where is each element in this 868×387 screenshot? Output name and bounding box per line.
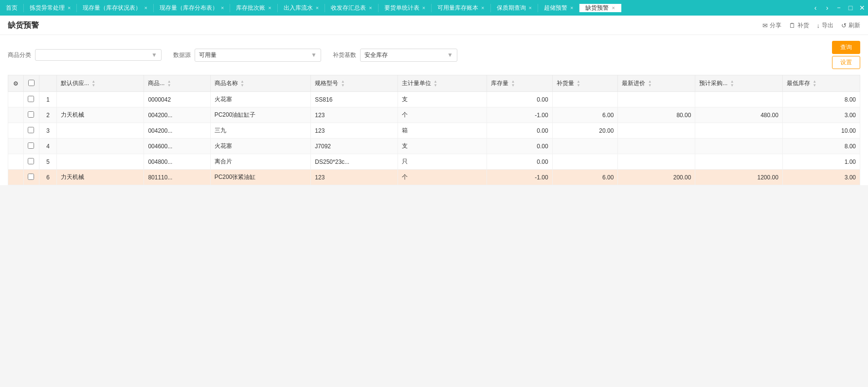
basis-value: 安全库存 (364, 51, 388, 59)
cell-checkbox[interactable] (24, 123, 39, 139)
tab-close-inventory-status[interactable]: × (144, 5, 147, 11)
category-select[interactable]: ▼ (35, 49, 162, 61)
cell-row-settings (8, 107, 24, 123)
col-spec-header[interactable]: 规格型号 ▲▼ (311, 75, 398, 92)
tab-shortage-warn[interactable]: 缺货预警× (579, 4, 621, 12)
col-est-purchase-header[interactable]: 预计采购... ▲▼ (695, 75, 782, 92)
settings-button[interactable]: 设置 (832, 56, 860, 69)
tab-inventory-status[interactable]: 现存量（库存状况表）× (77, 4, 153, 12)
col-stock-sort[interactable]: ▲▼ (511, 80, 515, 88)
tab-in-out-flow[interactable]: 出入库流水× (278, 4, 325, 12)
share-btn[interactable]: ✉ 分享 (762, 21, 781, 30)
col-product-name-label: 商品名称 (215, 80, 238, 87)
cell-spec: J7092 (311, 139, 398, 154)
cell-spec: DS250*23c... (311, 154, 398, 170)
cell-est-purchase (695, 92, 782, 107)
window-close[interactable]: ✕ (856, 4, 868, 12)
cell-unit: 只 (398, 154, 487, 170)
col-product-name-header[interactable]: 商品名称 ▲▼ (210, 75, 311, 92)
share-label: 分享 (770, 21, 781, 30)
datasource-select[interactable]: 可用量 ▼ (195, 49, 321, 62)
col-min-stock-sort[interactable]: ▲▼ (813, 80, 816, 88)
page-header: 缺货预警 ✉ 分享 🗒 补货 ↓ 导出 ↺ 刷新 (0, 16, 868, 35)
query-button[interactable]: 查询 (832, 41, 860, 54)
cell-product-name: PC200张紧油缸 (210, 170, 311, 185)
col-min-stock-label: 最低库存 (787, 80, 810, 87)
tab-order-stats[interactable]: 要货单统计表× (379, 4, 432, 12)
cell-latest-price (618, 154, 695, 170)
window-minimize[interactable]: － (833, 3, 845, 12)
refresh-btn[interactable]: ↺ 刷新 (841, 21, 860, 30)
cell-stock: -1.00 (487, 107, 553, 123)
tab-close-batch-account[interactable]: × (268, 5, 271, 11)
col-product-name-sort[interactable]: ▲▼ (240, 80, 244, 88)
tab-overstock-warn[interactable]: 超储预警× (538, 4, 579, 12)
tab-close-shortage-warn[interactable]: × (612, 5, 615, 11)
col-product-code-label: 商品... (148, 80, 164, 87)
cell-checkbox[interactable] (24, 107, 39, 123)
supplement-label: 补货 (797, 21, 809, 30)
col-stock-header[interactable]: 库存量 ▲▼ (487, 75, 553, 92)
cell-product-name: 三九 (210, 123, 311, 139)
tab-close-expiry-query[interactable]: × (529, 5, 532, 11)
cell-row-settings (8, 170, 24, 185)
tab-close-inventory-dist[interactable]: × (221, 5, 224, 11)
col-supplier-sort[interactable]: ▲▼ (91, 80, 95, 88)
col-unit-header[interactable]: 主计量单位 ▲▼ (398, 75, 487, 92)
tab-nav-left[interactable]: ‹ (810, 4, 821, 12)
tab-close-exception[interactable]: × (68, 5, 71, 11)
col-spec-sort[interactable]: ▲▼ (341, 80, 345, 88)
col-unit-sort[interactable]: ▲▼ (434, 80, 437, 88)
tab-available-ledger[interactable]: 可用量库存账本× (432, 4, 490, 12)
cell-product-name: 离合片 (210, 154, 311, 170)
tab-nav-right[interactable]: › (821, 4, 833, 12)
col-spec-label: 规格型号 (315, 80, 338, 87)
tab-close-order-stats[interactable]: × (422, 5, 425, 11)
tab-expiry-query[interactable]: 保质期查询× (491, 4, 538, 12)
col-replenish-sort[interactable]: ▲▼ (577, 80, 580, 88)
refresh-icon: ↺ (841, 22, 847, 29)
basis-select[interactable]: 安全库存 ▼ (360, 49, 457, 62)
supplement-btn[interactable]: 🗒 补货 (789, 21, 809, 30)
cell-unit: 个 (398, 170, 487, 185)
col-checkbox-header[interactable] (24, 75, 39, 92)
col-product-code-header[interactable]: 商品... ▲▼ (144, 75, 210, 92)
cell-checkbox[interactable] (24, 170, 39, 185)
settings-gear-icon[interactable]: ⚙ (13, 80, 18, 87)
col-supplier-header[interactable]: 默认供应... ▲▼ (57, 75, 144, 92)
cell-checkbox[interactable] (24, 139, 39, 154)
tab-bar: 首页拣货异常处理×现存量（库存状况表）×现存量（库存分布表）×库存批次账×出入库… (0, 0, 868, 16)
col-replenish-header[interactable]: 补货量 ▲▼ (552, 75, 618, 92)
tab-inventory-dist[interactable]: 现存量（库存分布表）× (154, 4, 230, 12)
table-row: 3004200...三九123箱0.0020.0010.00 (8, 123, 860, 139)
tab-exception[interactable]: 拣货异常处理× (24, 4, 77, 12)
col-product-code-sort[interactable]: ▲▼ (167, 80, 171, 88)
cell-checkbox[interactable] (24, 154, 39, 170)
tab-home[interactable]: 首页 (0, 4, 24, 12)
col-latest-price-header[interactable]: 最新进价 ▲▼ (618, 75, 695, 92)
category-filter-group: 商品分类 ▼ (8, 49, 162, 61)
cell-index: 2 (39, 107, 57, 123)
datasource-dropdown-arrow: ▼ (311, 52, 317, 58)
col-supplier-label: 默认供应... (61, 80, 89, 87)
export-btn[interactable]: ↓ 导出 (817, 21, 834, 30)
tab-receive-summary[interactable]: 收发存汇总表× (325, 4, 378, 12)
tab-batch-account[interactable]: 库存批次账× (230, 4, 277, 12)
col-min-stock-header[interactable]: 最低库存 ▲▼ (782, 75, 860, 92)
cell-latest-price: 80.00 (618, 107, 695, 123)
tab-close-overstock-warn[interactable]: × (570, 5, 573, 11)
col-est-purchase-sort[interactable]: ▲▼ (730, 80, 734, 88)
cell-checkbox[interactable] (24, 92, 39, 107)
tab-close-in-out-flow[interactable]: × (316, 5, 319, 11)
select-all-checkbox[interactable] (28, 80, 35, 86)
cell-min-stock: 10.00 (782, 123, 860, 139)
col-settings-header[interactable]: ⚙ (8, 75, 24, 92)
col-latest-price-sort[interactable]: ▲▼ (648, 80, 652, 88)
cell-est-purchase (695, 139, 782, 154)
basis-filter-group: 补货基数 安全库存 ▼ (333, 49, 457, 62)
tab-close-available-ledger[interactable]: × (481, 5, 484, 11)
cell-replenish: 20.00 (552, 123, 618, 139)
window-maximize[interactable]: □ (845, 4, 856, 12)
cell-stock: 0.00 (487, 123, 553, 139)
tab-close-receive-summary[interactable]: × (369, 5, 372, 11)
